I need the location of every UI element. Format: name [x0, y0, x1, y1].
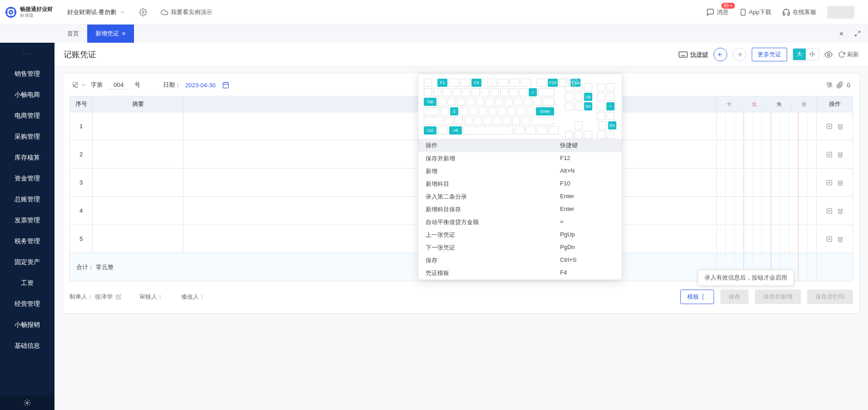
svg-point-2: [142, 11, 144, 13]
add-row-button[interactable]: [826, 151, 833, 158]
row-actions: [817, 112, 853, 140]
voucher-type[interactable]: 记: [72, 81, 86, 89]
close-icon[interactable]: ✕: [122, 31, 126, 37]
trash-icon: [837, 123, 843, 130]
calendar-button[interactable]: [222, 81, 229, 89]
more-vouchers-button[interactable]: 更多凭证: [752, 48, 787, 61]
delete-row-button[interactable]: [837, 123, 843, 130]
svg-point-1: [10, 10, 13, 14]
credit-cell[interactable]: [717, 169, 817, 197]
shortcut-col-op: 操作: [426, 141, 560, 150]
org-selector[interactable]: 好业财测试-量勿删: [67, 8, 125, 16]
next-voucher-button[interactable]: [733, 48, 746, 61]
attachment-icon[interactable]: [836, 81, 843, 89]
delete-row-button[interactable]: [837, 208, 843, 214]
template-button[interactable]: 模板: [680, 290, 714, 304]
sidebar-item-salary[interactable]: 工资: [0, 273, 55, 294]
summary-cell[interactable]: [93, 197, 184, 225]
keyboard-visual: F1F4 F10F12 = Tab SEnter CtrlAlt Up Dn+ …: [418, 74, 622, 139]
logo-subtitle: 标准版: [20, 13, 53, 18]
add-row-button[interactable]: [826, 180, 833, 186]
summary-cell[interactable]: [93, 112, 184, 140]
shortcut-row: 新增科目F10: [418, 178, 622, 190]
customer-service-button[interactable]: 在线客服: [782, 8, 816, 16]
shortcut-row: 凭证模板F4: [418, 267, 622, 280]
sidebar-item-invoice[interactable]: 发票管理: [0, 210, 55, 231]
delete-row-button[interactable]: [837, 180, 843, 186]
row-seq: 5: [70, 225, 93, 253]
sidebar-item-ecommerce-xc[interactable]: 小畅电商: [0, 85, 55, 105]
trash-icon: [837, 236, 843, 242]
trash-icon: [837, 151, 843, 158]
demo-link[interactable]: 我要看实例演示: [161, 8, 212, 16]
sidebar-settings-button[interactable]: [0, 395, 55, 410]
refresh-button[interactable]: 刷新: [838, 50, 859, 59]
plus-square-icon: [826, 180, 833, 186]
row-actions: [817, 225, 853, 253]
tab-new-voucher[interactable]: 新增凭证 ✕: [87, 25, 134, 43]
sidebar-item-funds[interactable]: 资金管理: [0, 168, 55, 189]
settings-button[interactable]: [139, 8, 147, 16]
credit-cell[interactable]: [717, 140, 817, 169]
arrow-left-icon: [717, 51, 724, 58]
shortcut-button[interactable]: 快捷键: [679, 50, 708, 59]
col-summary: 摘要: [93, 96, 184, 112]
gear-icon: [139, 8, 147, 16]
add-row-button[interactable]: [826, 208, 833, 214]
sidebar-item-purchase[interactable]: 采购管理: [0, 126, 55, 147]
shortcut-row: 新增Alt+N: [418, 165, 622, 178]
user-avatar[interactable]: [827, 6, 854, 19]
credit-cell[interactable]: [717, 197, 817, 225]
size-small[interactable]: 小: [806, 49, 818, 60]
message-icon: [706, 8, 714, 16]
row-seq: 2: [70, 140, 93, 169]
size-large[interactable]: 大: [793, 49, 806, 60]
delete-row-button[interactable]: [837, 151, 843, 158]
close-all-button[interactable]: ✕: [835, 28, 847, 40]
summary-cell[interactable]: [93, 225, 184, 253]
plus-square-icon: [826, 151, 833, 158]
chevron-down-icon: [81, 82, 86, 88]
voucher-number-input[interactable]: [107, 80, 130, 90]
sidebar-item-tax[interactable]: 税务管理: [0, 231, 55, 252]
size-toggle: 大 小: [793, 48, 819, 60]
credit-cell[interactable]: [717, 225, 817, 253]
keyboard-icon: [679, 51, 688, 58]
save-tooltip: 录入有效信息后，按钮才会启用: [698, 270, 794, 286]
sidebar-item-assets[interactable]: 固定资产: [0, 252, 55, 273]
row-seq: 4: [70, 197, 93, 225]
prev-voucher-button[interactable]: [714, 48, 727, 61]
sidebar-item-inventory[interactable]: 库存核算: [0, 147, 55, 168]
edit-icon[interactable]: [116, 294, 121, 300]
add-row-button[interactable]: [826, 123, 833, 130]
col-action: 操作: [817, 96, 853, 112]
phone-icon: [739, 8, 747, 16]
delete-row-button[interactable]: [837, 236, 843, 242]
voucher-date[interactable]: 2023-04-30: [185, 82, 216, 89]
modifier-label: 修改人：: [181, 293, 205, 301]
credit-cell[interactable]: [717, 112, 817, 140]
save-button: 保存: [720, 290, 749, 304]
sidebar-item-truncated[interactable]: · · ·: [0, 43, 55, 64]
sidebar-item-operation[interactable]: 经营管理: [0, 294, 55, 315]
sidebar-item-expense[interactable]: 小畅报销: [0, 315, 55, 335]
cloud-icon: [161, 9, 168, 16]
sidebar-item-ledger[interactable]: 总账管理: [0, 189, 55, 210]
gear-icon: [24, 399, 31, 406]
app-download-button[interactable]: App下载: [739, 8, 771, 16]
sidebar-item-base-info[interactable]: 基础信息: [0, 335, 55, 356]
summary-cell[interactable]: [93, 169, 184, 197]
chevron-down-icon: [120, 10, 125, 15]
svg-rect-17: [223, 83, 228, 88]
summary-cell[interactable]: [93, 140, 184, 169]
sidebar-item-ecommerce[interactable]: 电商管理: [0, 105, 55, 126]
sidebar-item-sales[interactable]: 销售管理: [0, 64, 55, 85]
messages-button[interactable]: 消息 99 +: [706, 8, 729, 16]
trash-icon: [837, 180, 843, 186]
fullscreen-button[interactable]: [852, 28, 863, 40]
tab-home[interactable]: 首页: [59, 25, 87, 43]
svg-rect-8: [679, 52, 687, 57]
add-row-button[interactable]: [826, 236, 833, 242]
shortcut-row: 自动平衡借贷方金额=: [418, 216, 622, 229]
view-button[interactable]: [824, 50, 833, 59]
